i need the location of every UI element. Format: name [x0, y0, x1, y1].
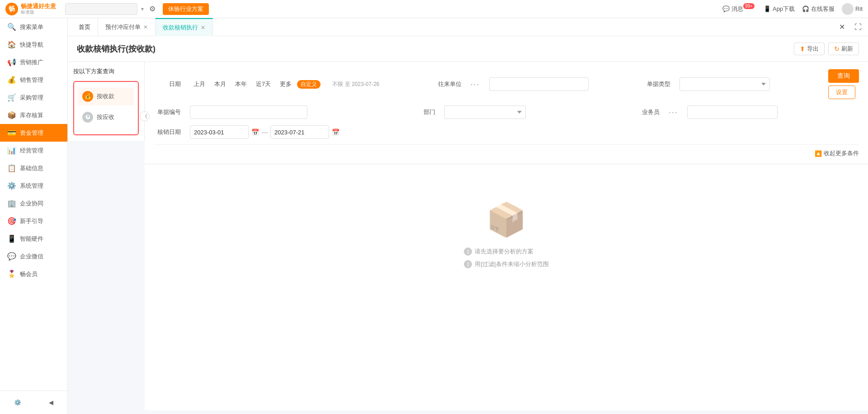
tab-prepay[interactable]: 预付冲应付单 ✕ — [98, 18, 156, 36]
date-range-text: 不限 至 2023-07-26 — [332, 81, 379, 88]
date-more-btn[interactable]: 更多 — [276, 79, 295, 89]
doc-type-label: 单据类型 — [647, 80, 670, 88]
sidebar-item-basic-info[interactable]: 📋 基础信息 — [0, 159, 67, 177]
sidebar-bottom: ⚙️ ◀ — [0, 390, 67, 414]
page-header-actions: ⬆ 导出 ↻ 刷新 — [794, 43, 859, 62]
writeoff-date-to-input[interactable]: 2023-07-21 — [270, 125, 329, 139]
left-panel: 按以下方案查询 💰 按收款 🕐 按应收 — [68, 62, 145, 141]
chart-icon: 📊 — [7, 146, 16, 155]
page-content: 收款核销执行(按收款) ⬆ 导出 ↻ 刷新 按以下方案 — [68, 36, 868, 414]
doc-type-select[interactable] — [679, 77, 770, 91]
sidebar-item-search-menu[interactable]: 🔍 搜索菜单 — [0, 18, 67, 36]
finance-icon: 💳 — [7, 128, 16, 137]
app-logo: 畅 畅捷通好生意 标准版 — [5, 3, 56, 15]
export-btn[interactable]: ⬆ 导出 — [794, 43, 825, 55]
topbar-dropdown-icon[interactable]: ▾ — [141, 6, 144, 12]
topbar-gear-icon[interactable]: ⚙ — [149, 5, 156, 13]
sidebar-item-sales[interactable]: 💰 销售管理 — [0, 71, 67, 89]
message-btn[interactable]: 💬 消息 99+ — [722, 5, 756, 13]
page-body: 按以下方案查询 💰 按收款 🕐 按应收 《 — [68, 62, 868, 410]
sidebar-settings-btn[interactable]: ⚙️ — [7, 395, 28, 409]
topbar: 畅 畅捷通好生意 标准版 ▾ ⚙ 休验行业方案 💬 消息 99+ 📱 App下载… — [0, 0, 868, 18]
date-this-year-btn[interactable]: 本年 — [231, 79, 250, 89]
refresh-btn[interactable]: ↻ 刷新 — [828, 43, 859, 55]
writeoff-date-from-input[interactable]: 2023-03-01 — [190, 125, 249, 139]
refresh-icon: ↻ — [834, 45, 840, 52]
dept-select[interactable] — [444, 105, 526, 119]
panel-collapse-btn[interactable]: 《 — [140, 111, 150, 121]
doc-no-label: 单据编号 — [154, 108, 181, 116]
tab-receipt-writeoff[interactable]: 收款核销执行 ✕ — [156, 18, 213, 36]
empty-text: 1 请先选择要分析的方案 2 用[过滤]条件来缩小分析范围 — [464, 246, 548, 271]
collapse-up-icon: 🔼 — [815, 150, 822, 157]
filter-row-1: 日期 上月 本月 本年 近7天 更多 自定义 不限 至 2023-07-26 — [154, 69, 859, 99]
user-avatar-area[interactable]: Rit — [842, 3, 863, 15]
sidebar-item-wechat[interactable]: 💬 企业微信 — [0, 247, 67, 265]
online-service-btn[interactable]: 🎧 在线客服 — [802, 5, 835, 13]
calendar-from-icon[interactable]: 📅 — [251, 128, 259, 136]
sidebar-item-quick-nav[interactable]: 🏠 快捷导航 — [0, 36, 67, 53]
sidebar-item-marketing[interactable]: 📢 营销推广 — [0, 53, 67, 71]
collapse-icon: ◀ — [49, 399, 53, 406]
doc-no-input[interactable] — [190, 105, 307, 119]
tab-expand-btn[interactable]: ⛶ — [852, 21, 864, 33]
sidebar-item-operations[interactable]: 📊 经营管理 — [0, 142, 67, 159]
content-area: 首页 预付冲应付单 ✕ 收款核销执行 ✕ ✕ ⛶ 收款核销执行(按收款) — [68, 18, 868, 414]
collapse-more-btn[interactable]: 🔼 收起更多条件 — [815, 147, 859, 160]
filter-by-receipt[interactable]: 💰 按收款 — [78, 87, 134, 105]
writeoff-date-label: 核销日期 — [154, 128, 181, 136]
filter-by-receivable[interactable]: 🕐 按应收 — [78, 108, 134, 126]
sidebar-item-purchase[interactable]: 🛒 采购管理 — [0, 89, 67, 106]
date-label: 日期 — [154, 80, 181, 88]
export-icon: ⬆ — [800, 45, 805, 52]
main-layout: 🔍 搜索菜单 🏠 快捷导航 📢 营销推广 💰 销售管理 🛒 采购管理 📦 库存核… — [0, 18, 868, 414]
page-header: 收款核销执行(按收款) ⬆ 导出 ↻ 刷新 — [68, 36, 868, 62]
sidebar-item-enterprise[interactable]: 🏢 企业协同 — [0, 195, 67, 212]
message-icon: 💬 — [722, 5, 730, 12]
date-shortcuts: 上月 本月 本年 近7天 更多 自定义 — [190, 79, 321, 89]
filter-row-3: 核销日期 2023-03-01 📅 — 2023-07-21 📅 — [154, 125, 859, 144]
filter-row-2: 单据编号 部门 业务员 ··· — [154, 105, 859, 119]
calendar-to-icon[interactable]: 📅 — [332, 128, 340, 136]
receivable-icon: 🕐 — [82, 112, 93, 123]
tab-prepay-close[interactable]: ✕ — [143, 24, 148, 30]
date-custom-badge[interactable]: 自定义 — [297, 80, 321, 89]
party-input[interactable] — [489, 77, 589, 91]
username: Rit — [855, 5, 863, 12]
salesperson-input[interactable] — [687, 105, 778, 119]
tab-close-all-btn[interactable]: ✕ — [835, 21, 848, 33]
sidebar-item-newbie[interactable]: 🎯 新手引导 — [0, 212, 67, 230]
sidebar-item-inventory[interactable]: 📦 库存核算 — [0, 106, 67, 124]
app-download-icon: 📱 — [764, 5, 771, 12]
money-icon: 💰 — [7, 76, 16, 84]
solution-button[interactable]: 休验行业方案 — [163, 3, 209, 15]
receipt-icon: 💰 — [82, 91, 93, 102]
sidebar-item-system[interactable]: ⚙️ 系统管理 — [0, 177, 67, 195]
app-download-btn[interactable]: 📱 App下载 — [764, 5, 795, 13]
filter-panel: 日期 上月 本月 本年 近7天 更多 自定义 不限 至 2023-07-26 — [145, 62, 868, 410]
date-last-month-btn[interactable]: 上月 — [190, 79, 209, 89]
tab-home[interactable]: 首页 — [71, 18, 98, 36]
app-edition: 标准版 — [21, 10, 56, 15]
party-dots: ··· — [471, 80, 480, 89]
sidebar-item-member[interactable]: 🎖️ 畅会员 — [0, 265, 67, 283]
topbar-search-input[interactable] — [65, 3, 137, 15]
filter-form: 日期 上月 本月 本年 近7天 更多 自定义 不限 至 2023-07-26 — [145, 62, 868, 164]
box-icon: 📦 — [7, 111, 16, 119]
logo-icon: 畅 — [5, 3, 18, 15]
filter-options-border: 💰 按收款 🕐 按应收 — [73, 81, 139, 135]
sidebar-item-hardware[interactable]: 📱 智能硬件 — [0, 230, 67, 247]
date-7days-btn[interactable]: 近7天 — [252, 79, 274, 89]
wechat-icon: 💬 — [7, 252, 16, 261]
sidebar-collapse-btn[interactable]: ◀ — [42, 395, 61, 409]
settings-btn[interactable]: 设置 — [828, 86, 855, 99]
date-this-month-btn[interactable]: 本月 — [211, 79, 230, 89]
tab-receipt-writeoff-close[interactable]: ✕ — [201, 24, 205, 31]
settings-icon: ⚙️ — [14, 399, 21, 406]
query-btn[interactable]: 查询 — [828, 69, 859, 83]
avatar — [842, 3, 854, 15]
empty-icon: 📦 — [486, 200, 527, 239]
salesperson-dots: ··· — [669, 108, 678, 117]
list-icon: 📋 — [7, 164, 16, 172]
sidebar-item-finance[interactable]: 💳 资金管理 — [0, 124, 67, 142]
